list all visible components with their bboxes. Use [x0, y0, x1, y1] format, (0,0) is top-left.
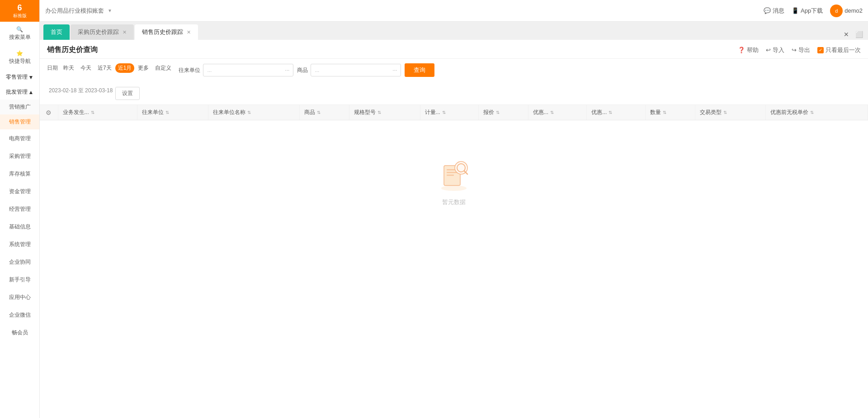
table-col-spec[interactable]: 规格型号 ⇅: [349, 105, 420, 120]
app-title: 办公用品行业模拟账套: [45, 7, 104, 15]
only-last-label: 只看最后一次: [826, 46, 861, 54]
partner-input[interactable]: ... ···: [203, 64, 293, 76]
sidebar-item-operations[interactable]: 经营管理: [0, 200, 39, 218]
avatar: d: [830, 5, 843, 17]
sort-icon-pre-tax-price: ⇅: [810, 110, 814, 115]
page-title-bar: 销售历史价查询 ❓ 帮助 ↩ 导入 ↪ 导出 ✓ 只看最后一次: [40, 40, 868, 59]
partner-input-dots[interactable]: ···: [285, 67, 289, 73]
tabs-window-controls: ✕ ⬜: [841, 29, 864, 40]
sort-icon-discount2: ⇅: [609, 110, 612, 115]
gear-icon[interactable]: ⚙: [46, 109, 52, 116]
partner-filter-field: 往来单位 ... ···: [179, 64, 293, 76]
header-dropdown-icon[interactable]: ▼: [108, 8, 112, 13]
date-filter-group: 日期 昨天 今天 近7天 近1月 更多 自定义: [47, 63, 174, 73]
sidebar-item-retail[interactable]: 零售管理 ▼: [0, 70, 39, 85]
chevron-up-icon: ▲: [28, 89, 34, 95]
empty-text: 暂元数据: [442, 198, 466, 206]
date-btn-custom[interactable]: 自定义: [152, 63, 174, 73]
table-area: ⚙ 业务发生... ⇅ 往来单位 ⇅: [40, 105, 868, 418]
app-download-label: App下载: [801, 7, 823, 15]
table-col-trade-type[interactable]: 交易类型 ⇅: [695, 105, 765, 120]
app-download-action[interactable]: 📱 App下载: [792, 7, 823, 15]
table-col-discount1[interactable]: 优惠... ⇅: [528, 105, 586, 120]
filter-inputs-row: 往来单位 ... ··· 商品 ... ··· 查询: [179, 63, 861, 77]
sidebar-item-wechat[interactable]: 企业微信: [0, 306, 39, 323]
date-btn-last1m[interactable]: 近1月: [115, 63, 135, 73]
date-range-text: 2023-02-18 至 2023-03-18: [49, 87, 113, 100]
date-btn-yesterday[interactable]: 昨天: [61, 63, 77, 73]
message-action[interactable]: 💬 消息: [764, 7, 784, 15]
sidebar-item-app-center[interactable]: 应用中心: [0, 288, 39, 306]
sidebar-item-marketing[interactable]: 营销推广: [0, 100, 39, 114]
sidebar-item-inventory[interactable]: 库存核算: [0, 165, 39, 182]
logo[interactable]: 6 标推版: [0, 0, 39, 22]
goods-input-dots[interactable]: ···: [392, 67, 397, 73]
goods-input[interactable]: ... ···: [311, 64, 401, 76]
page-actions: ❓ 帮助 ↩ 导入 ↪ 导出 ✓ 只看最后一次: [738, 46, 861, 54]
table-col-goods[interactable]: 商品 ⇅: [300, 105, 349, 120]
sidebar-item-enterprise[interactable]: 企业协同: [0, 253, 39, 271]
partner-placeholder: ...: [207, 67, 212, 73]
tab-home[interactable]: 首页: [43, 24, 70, 40]
svg-point-0: [441, 185, 467, 191]
sidebar-item-basic-info[interactable]: 基础信息: [0, 218, 39, 235]
maximize-button[interactable]: ⬜: [854, 29, 864, 40]
tab-sales[interactable]: 销售历史价跟踪 ✕: [135, 24, 198, 40]
sidebar-item-system[interactable]: 系统管理: [0, 235, 39, 253]
close-tab-button[interactable]: ✕: [841, 29, 852, 40]
table-col-gear: ⚙: [40, 105, 58, 120]
sidebar-item-wholesale[interactable]: 批发管理 ▲: [0, 85, 39, 100]
goods-label: 商品: [297, 66, 308, 74]
svg-rect-3: [447, 172, 458, 173]
sidebar-item-guide[interactable]: 新手引导: [0, 271, 39, 288]
export-action[interactable]: ↪ 导出: [792, 46, 810, 54]
date-btn-today[interactable]: 今天: [78, 63, 94, 73]
import-action[interactable]: ↩ 导入: [766, 46, 784, 54]
sidebar-item-member[interactable]: 畅会员: [0, 323, 39, 341]
date-btn-last7[interactable]: 近7天: [95, 63, 114, 73]
only-last-checkbox[interactable]: ✓ 只看最后一次: [817, 46, 861, 54]
sidebar-item-quick-nav[interactable]: ⭐ 快捷导航: [0, 46, 39, 70]
logo-text: 标推版: [13, 13, 27, 19]
sidebar: 6 标推版 🔍 搜索菜单 ⭐ 快捷导航 零售管理 ▼ 批发管理 ▲ 营销推广 销…: [0, 0, 40, 418]
user-name: demo2: [844, 7, 863, 14]
export-label: 导出: [798, 46, 810, 54]
import-icon: ↩: [766, 47, 771, 53]
table-col-qty[interactable]: 数量 ⇅: [645, 105, 695, 120]
sales-tab-close[interactable]: ✕: [187, 29, 191, 35]
help-action[interactable]: ❓ 帮助: [738, 46, 759, 54]
filter-row2: 2023-02-18 至 2023-03-18 设置: [47, 87, 140, 100]
query-button[interactable]: 查询: [405, 63, 434, 77]
table-col-discount2[interactable]: 优惠... ⇅: [587, 105, 645, 120]
setting-button[interactable]: 设置: [115, 87, 140, 100]
sort-icon-spec: ⇅: [377, 110, 381, 115]
tab-purchase[interactable]: 采购历史价跟踪 ✕: [71, 24, 134, 40]
sidebar-item-purchase[interactable]: 采购管理: [0, 147, 39, 165]
svg-rect-4: [447, 175, 454, 176]
table-col-unit[interactable]: 计量... ⇅: [420, 105, 478, 120]
table-col-price[interactable]: 报价 ⇅: [478, 105, 528, 120]
chevron-down-icon: ▼: [28, 74, 34, 81]
sidebar-item-ecommerce[interactable]: 电商管理: [0, 129, 39, 147]
purchase-tab-close[interactable]: ✕: [123, 29, 127, 35]
star-icon: ⭐: [2, 50, 38, 57]
table-col-pre-tax-price[interactable]: 优惠前无税单价 ⇅: [766, 105, 868, 120]
table-col-partner-name[interactable]: 往来单位名称 ⇅: [208, 105, 300, 120]
table-col-biz-date[interactable]: 业务发生... ⇅: [58, 105, 137, 120]
home-label: 首页: [51, 28, 62, 36]
top-header: 办公用品行业模拟账套 ▼ 💬 消息 📱 App下载 d demo2: [40, 0, 868, 22]
user-profile[interactable]: d demo2: [830, 5, 863, 17]
header-left: 办公用品行业模拟账套 ▼: [45, 7, 112, 15]
sort-icon-unit: ⇅: [442, 110, 446, 115]
sidebar-item-search[interactable]: 🔍 搜索菜单: [0, 22, 39, 46]
message-label: 消息: [773, 7, 784, 15]
data-table: ⚙ 业务发生... ⇅ 往来单位 ⇅: [40, 105, 868, 120]
date-btn-more[interactable]: 更多: [135, 63, 151, 73]
main-area: 办公用品行业模拟账套 ▼ 💬 消息 📱 App下载 d demo2 首页: [40, 0, 868, 418]
sidebar-item-sales-mgmt[interactable]: 销售管理: [0, 114, 39, 129]
table-col-partner-code[interactable]: 往来单位 ⇅: [137, 105, 208, 120]
empty-icon: [436, 157, 472, 193]
sidebar-item-finance[interactable]: 资金管理: [0, 182, 39, 200]
sort-icon-partner-code: ⇅: [165, 110, 169, 115]
header-right: 💬 消息 📱 App下载 d demo2: [764, 5, 863, 17]
